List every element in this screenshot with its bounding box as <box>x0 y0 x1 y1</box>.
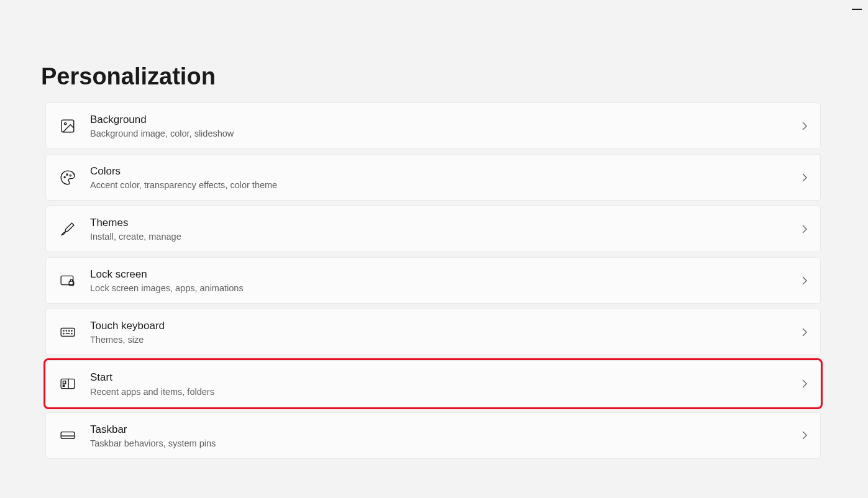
setting-text: Lock screen Lock screen images, apps, an… <box>76 268 800 293</box>
setting-item-touch-keyboard[interactable]: Touch keyboard Themes, size <box>45 309 821 355</box>
start-icon <box>59 375 76 392</box>
setting-title: Background <box>90 113 800 127</box>
settings-list: Background Background image, color, slid… <box>0 90 868 459</box>
setting-description: Background image, color, slideshow <box>90 129 800 138</box>
svg-point-12 <box>63 333 64 334</box>
setting-title: Colors <box>90 165 800 178</box>
chevron-right-icon <box>800 431 809 440</box>
setting-text: Touch keyboard Themes, size <box>76 319 800 345</box>
setting-text: Background Background image, color, slid… <box>76 113 800 138</box>
svg-point-8 <box>63 330 64 331</box>
setting-title: Start <box>90 371 800 384</box>
setting-title: Taskbar <box>90 423 800 437</box>
setting-description: Recent apps and items, folders <box>90 387 800 397</box>
setting-description: Taskbar behaviors, system pins <box>90 438 800 448</box>
setting-title: Touch keyboard <box>90 319 800 333</box>
setting-title: Lock screen <box>90 268 800 281</box>
setting-text: Start Recent apps and items, folders <box>76 371 800 396</box>
setting-item-taskbar[interactable]: Taskbar Taskbar behaviors, system pins <box>45 412 821 459</box>
background-icon <box>59 117 76 135</box>
page-title: Personalization <box>0 0 868 90</box>
setting-item-colors[interactable]: Colors Accent color, transparency effect… <box>45 154 821 201</box>
svg-rect-7 <box>61 328 75 336</box>
chevron-right-icon <box>800 122 809 130</box>
setting-title: Themes <box>90 216 800 230</box>
svg-point-10 <box>69 330 70 331</box>
chevron-right-icon <box>800 379 809 388</box>
setting-text: Colors Accent color, transparency effect… <box>76 165 800 190</box>
chevron-right-icon <box>800 276 809 285</box>
setting-text: Taskbar Taskbar behaviors, system pins <box>76 423 800 448</box>
svg-rect-5 <box>61 276 73 284</box>
setting-item-start[interactable]: Start Recent apps and items, folders <box>45 360 821 407</box>
svg-point-2 <box>64 176 65 178</box>
svg-rect-17 <box>63 385 64 386</box>
setting-text: Themes Install, create, manage <box>76 216 800 242</box>
svg-point-4 <box>70 174 71 176</box>
lock-screen-icon <box>59 272 76 289</box>
setting-description: Lock screen images, apps, animations <box>90 283 800 293</box>
setting-description: Accent color, transparency effects, colo… <box>90 180 800 190</box>
chevron-right-icon <box>800 328 809 337</box>
chevron-right-icon <box>800 173 809 182</box>
svg-point-1 <box>65 122 66 124</box>
minimize-icon[interactable] <box>852 9 862 10</box>
svg-rect-16 <box>63 381 65 384</box>
svg-rect-19 <box>61 432 75 439</box>
keyboard-icon <box>59 324 76 341</box>
svg-point-13 <box>71 333 72 334</box>
palette-icon <box>59 169 76 186</box>
setting-item-themes[interactable]: Themes Install, create, manage <box>45 206 821 252</box>
svg-point-11 <box>71 330 72 331</box>
taskbar-icon <box>59 427 76 444</box>
setting-description: Themes, size <box>90 335 800 345</box>
paintbrush-icon <box>59 220 76 238</box>
svg-point-3 <box>66 174 68 175</box>
setting-item-lock-screen[interactable]: Lock screen Lock screen images, apps, an… <box>45 257 821 304</box>
setting-item-background[interactable]: Background Background image, color, slid… <box>45 102 821 149</box>
setting-description: Install, create, manage <box>90 232 800 242</box>
chevron-right-icon <box>800 225 809 233</box>
svg-point-9 <box>66 330 66 331</box>
